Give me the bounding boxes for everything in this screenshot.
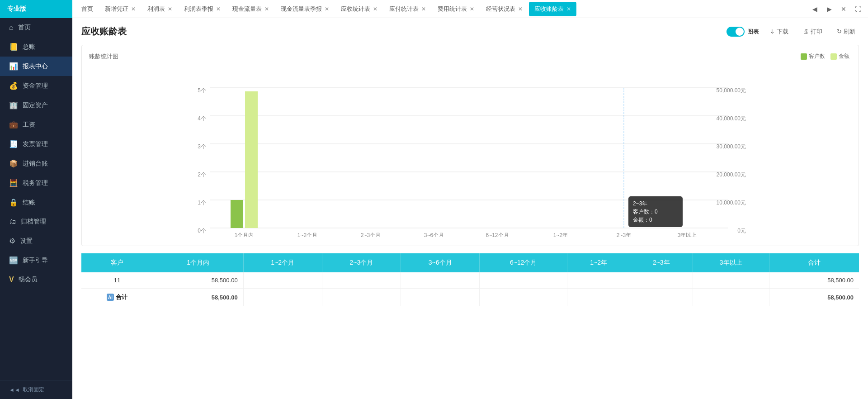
svg-text:3个: 3个 [198, 143, 206, 150]
sidebar-item-vip[interactable]: V 畅会员 [0, 270, 72, 289]
page-title: 应收账龄表 [81, 25, 726, 38]
tab-cashflow[interactable]: 现金流量表 ✕ [227, 2, 274, 16]
svg-text:客户数：0: 客户数：0 [633, 209, 658, 215]
tab-profit-label: 利润表 [147, 5, 165, 13]
tab-profit-close[interactable]: ✕ [168, 6, 172, 12]
cell-m1: 58,500.00 [153, 272, 243, 289]
tab-payable-stat[interactable]: 应付统计表 ✕ [384, 2, 431, 16]
tab-payable-stat-close[interactable]: ✕ [421, 6, 426, 12]
total-m23 [322, 289, 401, 306]
tab-biz-status-close[interactable]: ✕ [518, 6, 523, 12]
tab-cashflow-close[interactable]: ✕ [264, 6, 269, 12]
sidebar-item-reports[interactable]: 📊 报表中心 [0, 57, 72, 76]
tab-prev-btn[interactable]: ◀ [808, 3, 821, 15]
sidebar-item-tax[interactable]: 🧮 税务管理 [0, 173, 72, 193]
svg-text:1个月内: 1个月内 [235, 232, 254, 237]
total-m612 [480, 289, 567, 306]
sidebar-item-label: 新手引导 [23, 256, 48, 265]
sidebar-item-funds[interactable]: 💰 资金管理 [0, 76, 72, 95]
tab-voucher[interactable]: 新增凭证 ✕ [99, 2, 141, 16]
tab-profit-quarter[interactable]: 利润表季报 ✕ [179, 2, 226, 16]
svg-text:3~6个月: 3~6个月 [424, 232, 444, 237]
svg-text:1个: 1个 [198, 200, 206, 206]
tab-home[interactable]: 首页 [76, 2, 99, 16]
sidebar-item-salary[interactable]: 💼 工资 [0, 115, 72, 134]
tab-profit-quarter-close[interactable]: ✕ [216, 6, 221, 12]
sidebar-item-guide[interactable]: 🆕 新手引导 [0, 251, 72, 270]
salary-icon: 💼 [9, 120, 18, 129]
sidebar-item-label: 畅会员 [19, 276, 38, 284]
guide-icon: 🆕 [9, 256, 18, 265]
tab-biz-status-label: 经营状况表 [486, 5, 515, 13]
chart-container: 账龄统计图 客户数 金额 0个 1个 2个 3个 [81, 45, 859, 246]
sidebar-item-label: 归档管理 [21, 218, 46, 226]
unpin-button[interactable]: ◄◄ 取消固定 [0, 380, 72, 399]
tab-payable-stat-label: 应付统计表 [389, 5, 419, 13]
sidebar-item-assets[interactable]: 🏢 固定资产 [0, 95, 72, 115]
th-m1: 1个月内 [153, 253, 243, 272]
svg-text:金额：0: 金额：0 [633, 217, 652, 223]
svg-text:60,000.00元: 60,000.00元 [717, 65, 746, 66]
chart-svg: 0个 1个 2个 3个 4个 5个 0元 10,000.00元 20,000.0… [89, 65, 851, 237]
cell-total: 58,500.00 [769, 272, 859, 289]
sidebar-item-home[interactable]: ⌂ 首页 [0, 18, 72, 37]
bar-amount-0[interactable] [245, 91, 258, 228]
legend-customer-color [801, 53, 807, 60]
bar-customer-0[interactable] [231, 200, 243, 228]
tab-aging[interactable]: 应收账龄表 ✕ [529, 2, 576, 16]
tab-close-all-btn[interactable]: ✕ [837, 3, 850, 15]
table-row: 11 58,500.00 58,500.00 [81, 272, 859, 289]
tab-aging-close[interactable]: ✕ [566, 6, 571, 12]
assets-icon: 🏢 [9, 101, 18, 109]
sidebar-item-archive[interactable]: 🗂 归档管理 [0, 212, 72, 231]
tab-home-label: 首页 [81, 5, 93, 13]
refresh-button[interactable]: ↻ 刷新 [833, 26, 859, 38]
chart-legend: 客户数 金额 [801, 52, 849, 60]
total-icon: Ai [107, 294, 114, 301]
chart-toggle[interactable]: 图表 [726, 27, 759, 37]
total-m36 [401, 289, 480, 306]
toggle-track[interactable] [726, 27, 745, 37]
tab-profit[interactable]: 利润表 ✕ [142, 2, 178, 16]
sidebar-item-closing[interactable]: 🔒 结账 [0, 193, 72, 212]
tab-expense-stat-label: 费用统计表 [438, 5, 467, 13]
total-y12 [567, 289, 630, 306]
download-button[interactable]: ⇓ 下载 [766, 26, 792, 38]
th-y23: 2~3年 [630, 253, 693, 272]
sidebar-item-ledger[interactable]: 📒 总账 [0, 37, 72, 57]
sidebar-item-inventory[interactable]: 📦 进销台账 [0, 154, 72, 173]
tab-expense-stat-close[interactable]: ✕ [470, 6, 474, 12]
svg-text:20,000.00元: 20,000.00元 [717, 171, 746, 178]
cell-y3plus [693, 272, 769, 289]
th-total: 合计 [769, 253, 859, 272]
tab-receivable-stat-close[interactable]: ✕ [373, 6, 377, 12]
th-y3plus: 3年以上 [693, 253, 769, 272]
svg-text:4个: 4个 [198, 115, 206, 122]
th-m36: 3~6个月 [401, 253, 480, 272]
th-y12: 1~2年 [567, 253, 630, 272]
th-m612: 6~12个月 [480, 253, 567, 272]
sidebar-item-settings[interactable]: ⚙ 设置 [0, 231, 72, 251]
tab-biz-status[interactable]: 经营状况表 ✕ [481, 2, 528, 16]
svg-text:40,000.00元: 40,000.00元 [717, 115, 746, 122]
svg-text:5个: 5个 [198, 87, 206, 94]
total-m1: 58,500.00 [153, 289, 243, 306]
tab-cashflow-quarter[interactable]: 现金流量表季报 ✕ [275, 2, 335, 16]
reports-icon: 📊 [9, 62, 18, 71]
svg-text:1~2年: 1~2年 [553, 232, 568, 237]
tab-expense-stat[interactable]: 费用统计表 ✕ [432, 2, 480, 16]
page-header: 应收账龄表 图表 ⇓ 下载 🖨 打印 ↻ 刷新 [81, 25, 859, 38]
tab-voucher-close[interactable]: ✕ [131, 6, 136, 12]
tab-receivable-stat[interactable]: 应收统计表 ✕ [335, 2, 383, 16]
sidebar-item-invoice[interactable]: 🧾 发票管理 [0, 134, 72, 154]
tab-maximize-btn[interactable]: ⛶ [852, 3, 864, 15]
chart-tooltip: 2~3年 客户数：0 金额：0 [628, 196, 683, 227]
print-button[interactable]: 🖨 打印 [799, 26, 826, 38]
svg-text:2~3个月: 2~3个月 [361, 232, 381, 237]
total-y23 [630, 289, 693, 306]
archive-icon: 🗂 [9, 218, 16, 226]
tab-next-btn[interactable]: ▶ [823, 3, 835, 15]
tab-cashflow-quarter-close[interactable]: ✕ [325, 6, 329, 12]
svg-text:0个: 0个 [198, 228, 206, 234]
total-total: 58,500.00 [769, 289, 859, 306]
